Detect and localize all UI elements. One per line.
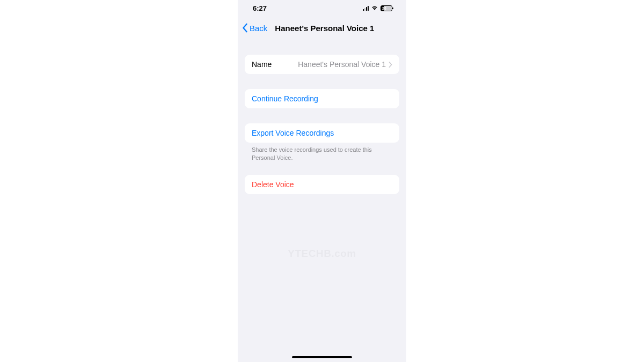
- battery-percent: 26: [382, 6, 386, 10]
- export-recordings-button[interactable]: Export Voice Recordings: [245, 123, 399, 143]
- continue-recording-button[interactable]: Continue Recording: [245, 89, 399, 108]
- name-value: Haneet's Personal Voice 1: [298, 60, 386, 69]
- back-button[interactable]: Back: [242, 23, 267, 33]
- wifi-icon: [371, 5, 378, 11]
- content: Name Haneet's Personal Voice 1 Continue …: [238, 55, 406, 194]
- export-recordings-label: Export Voice Recordings: [252, 129, 334, 137]
- nav-bar: Back Haneet's Personal Voice 1: [238, 16, 406, 40]
- home-indicator[interactable]: [292, 356, 352, 358]
- back-label: Back: [250, 24, 267, 33]
- chevron-left-icon: [242, 23, 248, 33]
- status-time: 6:27: [253, 4, 267, 12]
- name-row[interactable]: Name Haneet's Personal Voice 1: [245, 55, 399, 74]
- continue-recording-label: Continue Recording: [252, 94, 318, 103]
- cellular-icon: [363, 5, 369, 11]
- export-footer: Share the voice recordings used to creat…: [245, 143, 399, 162]
- page-title: Haneet's Personal Voice 1: [275, 24, 374, 33]
- name-label: Name: [252, 60, 272, 69]
- status-bar: 6:27 26: [238, 0, 406, 16]
- name-section: Name Haneet's Personal Voice 1: [245, 55, 399, 74]
- export-section: Export Voice Recordings Share the voice …: [245, 123, 399, 162]
- name-value-wrap: Haneet's Personal Voice 1: [298, 60, 392, 69]
- watermark: YTECHB.com: [238, 248, 406, 260]
- phone-screen: 6:27 26 Back Haneet's Personal Voice 1: [238, 0, 406, 362]
- status-indicators: 26: [363, 5, 392, 11]
- delete-voice-label: Delete Voice: [252, 180, 294, 189]
- delete-voice-button[interactable]: Delete Voice: [245, 175, 399, 194]
- battery-icon: 26: [380, 5, 392, 11]
- delete-section: Delete Voice: [245, 175, 399, 194]
- chevron-right-icon: [389, 62, 392, 68]
- continue-section: Continue Recording: [245, 89, 399, 108]
